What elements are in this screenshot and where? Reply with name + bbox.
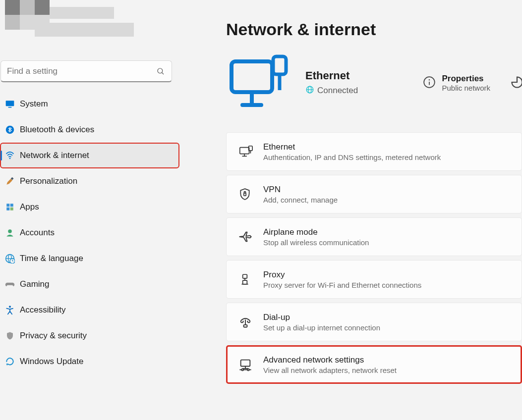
- windows-update-icon: [0, 357, 20, 367]
- svg-point-11: [8, 229, 12, 233]
- nav-label: Accounts: [20, 228, 55, 238]
- svg-rect-43: [241, 360, 250, 367]
- card-title: VPN: [263, 185, 338, 195]
- account-block: [5, 0, 144, 45]
- accessibility-icon: [0, 305, 20, 315]
- accounts-icon: [0, 228, 20, 237]
- svg-rect-31: [240, 148, 249, 154]
- network-hero: Ethernet Connected Properties Public net…: [226, 53, 522, 112]
- svg-rect-3: [8, 107, 12, 108]
- card-sub: View all network adapters, network reset: [263, 366, 397, 374]
- nav-label: System: [20, 99, 48, 109]
- properties-button[interactable]: Properties Public network: [423, 74, 490, 92]
- card-sub: Stop all wireless communication: [263, 238, 369, 247]
- sidebar-item-windows-update[interactable]: Windows Update: [0, 349, 179, 374]
- svg-rect-23: [273, 56, 286, 74]
- card-advanced-network-settings[interactable]: Advanced network settings View all netwo…: [226, 345, 522, 384]
- card-ethernet[interactable]: Ethernet Authentication, IP and DNS sett…: [226, 132, 522, 171]
- nav-label: Time & language: [20, 254, 83, 263]
- svg-rect-8: [10, 204, 13, 207]
- card-airplane-mode[interactable]: Airplane mode Stop all wireless communic…: [226, 217, 522, 256]
- card-title: Proxy: [263, 270, 421, 280]
- svg-line-1: [162, 72, 164, 74]
- svg-rect-9: [6, 208, 9, 210]
- sidebar: System Bluetooth & devices Network & int…: [0, 0, 179, 420]
- airplane-icon: [238, 230, 263, 244]
- svg-point-5: [9, 158, 11, 159]
- connection-status-text: Connected: [317, 86, 358, 96]
- network-icon: [0, 151, 20, 160]
- svg-rect-2: [6, 101, 14, 106]
- card-dial-up[interactable]: Dial-up Set up a dial-up internet connec…: [226, 303, 522, 341]
- sidebar-item-bluetooth[interactable]: Bluetooth & devices: [0, 117, 179, 143]
- main-content: Network & internet Ethernet Connected: [226, 20, 522, 384]
- dial-up-icon: [238, 315, 263, 329]
- ethernet-hero-icon: [226, 53, 290, 112]
- search-input[interactable]: [1, 66, 150, 76]
- sidebar-item-network[interactable]: Network & internet: [0, 143, 179, 168]
- nav-label: Apps: [20, 202, 39, 212]
- sidebar-item-apps[interactable]: Apps: [0, 194, 179, 220]
- nav-label: Bluetooth & devices: [20, 125, 94, 135]
- sidebar-item-system[interactable]: System: [0, 91, 179, 117]
- nav: System Bluetooth & devices Network & int…: [0, 91, 179, 374]
- page-title: Network & internet: [226, 20, 522, 39]
- settings-cards: Ethernet Authentication, IP and DNS sett…: [226, 132, 522, 384]
- svg-point-18: [9, 306, 11, 308]
- connection-info: Ethernet Connected: [305, 69, 358, 97]
- card-title: Airplane mode: [263, 227, 369, 237]
- properties-sub: Public network: [442, 84, 490, 92]
- system-icon: [0, 99, 20, 109]
- nav-label: Network & internet: [20, 151, 89, 160]
- personalization-icon: [0, 176, 20, 186]
- proxy-icon: [238, 273, 263, 286]
- connection-title: Ethernet: [305, 69, 358, 82]
- svg-rect-36: [244, 193, 246, 196]
- privacy-icon: [0, 331, 20, 340]
- card-sub: Authentication, IP and DNS settings, met…: [263, 153, 441, 161]
- svg-rect-37: [243, 274, 247, 278]
- data-usage-icon[interactable]: [510, 75, 522, 91]
- svg-rect-7: [6, 204, 9, 207]
- globe-icon: [305, 85, 314, 97]
- svg-rect-38: [243, 280, 247, 284]
- svg-point-48: [247, 369, 249, 371]
- nav-label: Personalization: [20, 176, 77, 186]
- sidebar-item-accounts[interactable]: Accounts: [0, 220, 179, 246]
- svg-point-0: [158, 68, 163, 73]
- apps-icon: [0, 203, 20, 211]
- sidebar-item-time-language[interactable]: Time & language: [0, 246, 179, 271]
- svg-point-47: [241, 369, 243, 371]
- bluetooth-icon: [0, 125, 20, 134]
- svg-rect-42: [244, 325, 247, 327]
- nav-label: Privacy & security: [20, 331, 87, 341]
- card-sub: Set up a dial-up internet connection: [263, 323, 380, 332]
- nav-label: Accessibility: [20, 305, 66, 315]
- card-sub: Proxy server for Wi-Fi and Ethernet conn…: [263, 281, 421, 289]
- sidebar-item-accessibility[interactable]: Accessibility: [0, 297, 179, 323]
- sidebar-item-personalization[interactable]: Personalization: [0, 168, 179, 194]
- advanced-network-icon: [238, 358, 263, 371]
- gaming-icon: [0, 279, 20, 289]
- nav-label: Gaming: [20, 279, 50, 289]
- connection-status: Connected: [305, 85, 358, 97]
- card-title: Ethernet: [263, 142, 441, 152]
- card-proxy[interactable]: Proxy Proxy server for Wi-Fi and Etherne…: [226, 260, 522, 299]
- sidebar-item-privacy[interactable]: Privacy & security: [0, 323, 179, 349]
- card-title: Advanced network settings: [263, 355, 397, 365]
- card-vpn[interactable]: VPN Add, connect, manage: [226, 175, 522, 213]
- svg-rect-10: [10, 208, 13, 210]
- info-icon: [423, 76, 436, 90]
- card-title: Dial-up: [263, 313, 380, 322]
- properties-title: Properties: [442, 74, 490, 84]
- search-icon: [150, 67, 172, 76]
- search-input-wrap[interactable]: [0, 60, 172, 82]
- sidebar-item-gaming[interactable]: Gaming: [0, 271, 179, 297]
- card-sub: Add, connect, manage: [263, 196, 338, 204]
- svg-rect-20: [232, 61, 272, 92]
- svg-point-29: [429, 79, 430, 80]
- ethernet-icon: [238, 144, 263, 159]
- vpn-icon: [238, 188, 263, 201]
- time-language-icon: [0, 254, 20, 263]
- nav-label: Windows Update: [20, 357, 84, 367]
